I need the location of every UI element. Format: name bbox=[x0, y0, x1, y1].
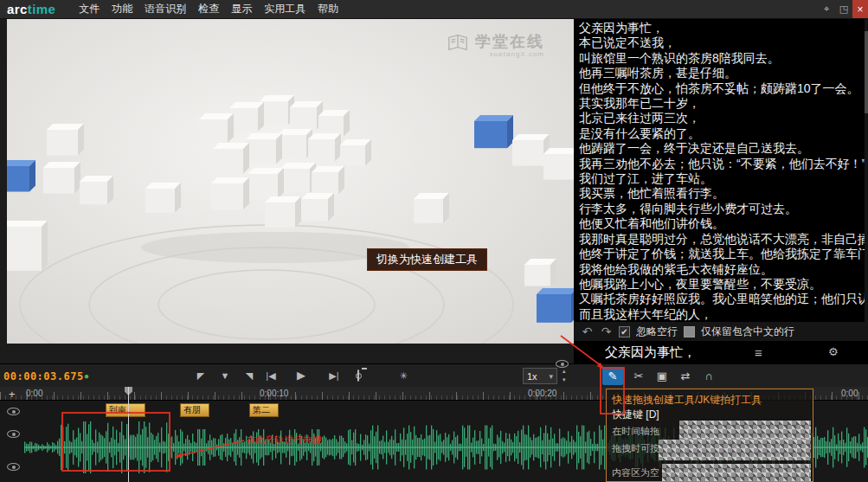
close-icon[interactable]: × bbox=[852, 0, 868, 18]
current-subtitle-bar: 父亲因为事忙， ≡ ⚙ bbox=[574, 341, 868, 363]
subtitle-line[interactable]: 他嘱我路上小心，夜里要警醒些，不要受凉。 bbox=[579, 277, 865, 292]
marker-icon[interactable]: ▼ bbox=[216, 370, 234, 382]
wand-icon[interactable]: ✳ bbox=[395, 370, 412, 382]
subtitle-block[interactable]: 有朋 bbox=[180, 403, 209, 417]
subtitle-line[interactable]: 本已说定不送我， bbox=[579, 35, 865, 50]
list-icon[interactable]: ≡ bbox=[755, 345, 762, 360]
keep-chinese-checkbox[interactable] bbox=[684, 326, 695, 337]
step-up-icon[interactable]: ▴ bbox=[563, 367, 566, 376]
censored-mosaic bbox=[679, 421, 811, 440]
subtitle-line[interactable]: 而且我这样大年纪的人， bbox=[579, 307, 865, 322]
redo-icon[interactable]: ↷ bbox=[600, 325, 613, 337]
merge-tool-icon[interactable]: ▣ bbox=[652, 367, 672, 385]
keep-chinese-label: 仅保留包含中文的行 bbox=[701, 325, 794, 339]
subtitle-line[interactable]: 其实我那年已二十岁， bbox=[579, 96, 865, 111]
tooltip-shortcut: 快捷键 [D] bbox=[612, 408, 659, 422]
chevron-down-icon: ▾ bbox=[549, 372, 553, 381]
tool-info-tooltip: 快速拖拽创建工具/JK键拍打工具 快捷键 [D] 在时间轴拖 拖拽时可按 内容区… bbox=[606, 389, 813, 482]
gear-icon[interactable]: ⚙ bbox=[828, 345, 839, 358]
logo-time: time bbox=[28, 2, 55, 16]
subtitle-block[interactable]: 第二 bbox=[249, 403, 279, 417]
mark-in-icon[interactable]: ◤ bbox=[192, 370, 209, 382]
subtitle-line[interactable]: 行李太多，得向脚夫行些小费才可过去。 bbox=[579, 202, 865, 216]
window-controls: ⌖ ◳ × bbox=[818, 0, 868, 18]
menu-item[interactable]: 检查 bbox=[192, 2, 225, 16]
ruler-label: 0:00 bbox=[841, 389, 858, 398]
menu-item[interactable]: 帮助 bbox=[312, 2, 344, 16]
tooltip-title: 快速拖拽创建工具/JK键拍打工具 bbox=[612, 393, 762, 408]
ignore-empty-checkbox[interactable]: ✔ bbox=[619, 326, 630, 337]
subtitle-line[interactable]: 我们过了江，进了车站。 bbox=[579, 171, 865, 186]
timecode: 00:00:03.675 bbox=[3, 370, 84, 382]
subtitle-line[interactable]: 他再三嘱咐茶房，甚是仔细。 bbox=[579, 66, 865, 80]
next-frame-icon[interactable]: ▶| bbox=[325, 370, 343, 382]
arctime-window: arctime 文件功能语音识别检查显示实用工具帮助 ⌖ ◳ × 学堂在线 xu… bbox=[0, 0, 868, 482]
tool-switch-tooltip: 切换为快速创建工具 bbox=[367, 248, 487, 271]
subtitle-line[interactable]: 叫旅馆里一个熟识的茶房8陪我同去。 bbox=[579, 51, 865, 66]
speed-stepper[interactable]: ▴ ▾ bbox=[563, 367, 566, 384]
panel-scrollbar[interactable] bbox=[865, 19, 868, 322]
speed-value: 1x bbox=[527, 371, 537, 382]
app-logo: arctime bbox=[7, 2, 55, 16]
subtitle-text-area[interactable]: 父亲因为事忙，本已说定不送我，叫旅馆里一个熟识的茶房8陪我同去。他再三嘱咐茶房，… bbox=[574, 19, 865, 322]
magnet-tool-icon[interactable]: ∩ bbox=[698, 367, 719, 385]
menubar: arctime 文件功能语音识别检查显示实用工具帮助 ⌖ ◳ × bbox=[0, 0, 868, 19]
watermark-text: 学堂在线 bbox=[475, 33, 544, 50]
tooltip-body-line: 内容区为空 bbox=[612, 466, 659, 479]
censored-mosaic bbox=[662, 464, 811, 482]
ruler-label: 0:00:10 bbox=[260, 389, 288, 398]
add-track-icon[interactable]: + bbox=[9, 388, 16, 401]
scissors-tool-icon[interactable]: ✂ bbox=[628, 367, 649, 385]
mark-out-icon[interactable]: ◥ bbox=[241, 370, 258, 382]
menu-item[interactable]: 显示 bbox=[225, 2, 258, 16]
track-eye-icon[interactable] bbox=[7, 463, 20, 471]
scrollbar-thumb[interactable] bbox=[865, 31, 868, 113]
menu-item[interactable]: 功能 bbox=[106, 2, 138, 16]
logo-arc: arc bbox=[7, 2, 28, 16]
playback-speed-select[interactable]: 1x ▾ bbox=[523, 368, 557, 384]
menu-item[interactable]: 实用工具 bbox=[258, 2, 312, 16]
subtitle-line[interactable]: 北京已来往过两三次， bbox=[579, 111, 865, 125]
quick-create-tool-button[interactable]: ✎ bbox=[602, 367, 623, 385]
step-down-icon[interactable]: ▾ bbox=[563, 376, 566, 384]
record-dot-icon: ● bbox=[84, 371, 89, 381]
subtitle-line[interactable]: 我那时真是聪明过分，总觉他说话不大漂亮，非自己插嘴不 bbox=[579, 232, 865, 247]
subtitle-line[interactable]: 是没有什么要紧的了。 bbox=[579, 126, 865, 141]
subtitle-line[interactable]: 又嘱托茶房好好照应我。我心里暗笑他的迂；他们只认得 bbox=[579, 292, 865, 306]
track-eye-icon[interactable] bbox=[7, 408, 20, 415]
subtitle-line[interactable]: 我将他给我做的紫毛大衣铺好座位。 bbox=[579, 262, 865, 277]
subtitle-panel: 父亲因为事忙，本已说定不送我，叫旅馆里一个熟识的茶房8陪我同去。他再三嘱咐茶房，… bbox=[574, 19, 868, 363]
book-icon bbox=[447, 33, 469, 52]
subtitle-line[interactable]: 我再三劝他不必去；他只说：“不要紧，他们去不好！” bbox=[579, 157, 865, 171]
subtitle-line[interactable]: 我买票，他忙着照看行李。 bbox=[579, 186, 865, 201]
watermark-subtext: xuetangX.com bbox=[475, 50, 544, 58]
subtitle-block[interactable]: 到南.. bbox=[106, 403, 145, 417]
ruler-label: 0:00 bbox=[26, 389, 42, 398]
bookmark-icon[interactable] bbox=[376, 370, 393, 382]
swap-tool-icon[interactable]: ⇄ bbox=[675, 367, 696, 385]
prev-frame-icon[interactable]: |◀ bbox=[262, 370, 280, 382]
playhead[interactable] bbox=[128, 387, 129, 482]
current-subtitle-text: 父亲因为事忙， bbox=[605, 344, 696, 361]
pin-icon[interactable]: ⌖ bbox=[818, 3, 835, 15]
undo-icon[interactable]: ↶ bbox=[581, 325, 594, 337]
watermark: 学堂在线 xuetangX.com bbox=[447, 33, 544, 58]
subtitle-line[interactable]: 他踌躇了一会，终于决定还是自己送我去。 bbox=[579, 141, 865, 156]
subtitle-line[interactable]: 父亲因为事忙， bbox=[579, 21, 865, 35]
subtitle-line[interactable]: 他便又忙着和他们讲价钱。 bbox=[579, 216, 865, 231]
track-eye-icon[interactable] bbox=[7, 430, 20, 438]
video-subtitle-eye-icon[interactable] bbox=[556, 360, 569, 368]
menu-item[interactable]: 语音识别 bbox=[138, 2, 192, 16]
tooltip-body-line: 在时间轴拖 bbox=[612, 425, 659, 438]
text-options-row: ↶ ↷ ✔ 忽略空行 仅保留包含中文的行 bbox=[574, 322, 868, 341]
video-frame bbox=[7, 19, 574, 344]
subtitle-line[interactable]: 他终于讲定了价钱；就送我上车。他给我拣定了靠车门 bbox=[579, 247, 865, 261]
restore-icon[interactable]: ◳ bbox=[835, 3, 852, 15]
menu-item[interactable]: 文件 bbox=[73, 2, 106, 16]
video-preview[interactable]: 学堂在线 xuetangX.com bbox=[7, 19, 574, 344]
snapshot-icon[interactable] bbox=[350, 370, 367, 382]
menu-items: 文件功能语音识别检查显示实用工具帮助 bbox=[73, 2, 344, 16]
ignore-empty-label: 忽略空行 bbox=[636, 325, 678, 339]
play-icon[interactable]: ▶ bbox=[293, 370, 310, 382]
subtitle-line[interactable]: 但他终于不放心，怕茶房不妥帖；颇踌躇10了一会。 bbox=[579, 81, 865, 96]
